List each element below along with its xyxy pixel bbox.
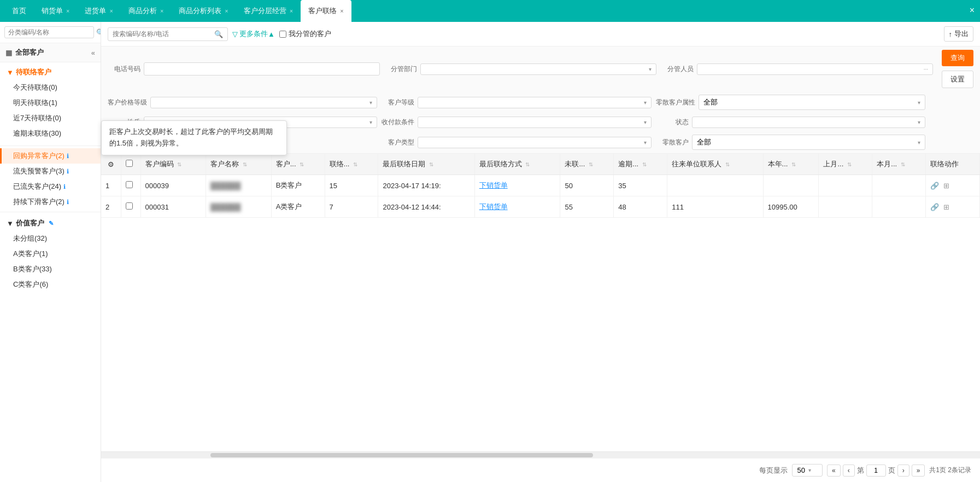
row2-checkbox[interactable] [126,202,133,210]
th-unit-contact[interactable]: 往来单位联系人 ⇅ [667,154,763,175]
th-code[interactable]: 客户编码 ⇅ [140,154,206,175]
sidebar-search-input[interactable] [4,26,94,38]
info-icon-churn[interactable]: ℹ [67,168,69,175]
sidebar-item-unclassified[interactable]: 未分组(32) [0,231,101,246]
td-check-1[interactable] [121,175,140,196]
search-input[interactable] [113,30,212,38]
retail-select[interactable]: 全部 ▾ [692,135,925,150]
table-row: 2 000031 ██████ A类客户 7 2023-04-12 14:44:… [101,196,980,218]
th-this-year[interactable]: 本年... ⇅ [763,154,819,175]
close-product-list-icon[interactable]: × [225,8,228,14]
phone-input[interactable] [144,62,380,76]
collapse-sidebar-icon[interactable]: « [91,49,95,57]
close-all-tabs-button[interactable]: × [970,5,975,15]
more-conditions-button[interactable]: ▽ 更多条件 ▲ [232,29,275,39]
sidebar-item-today[interactable]: 今天待联络(0) [0,80,101,95]
close-product-analysis-icon[interactable]: × [160,8,163,14]
query-button[interactable]: 查询 [942,50,973,66]
sidebar-item-class-b[interactable]: B类客户(33) [0,262,101,277]
th-settings[interactable]: ⚙ [101,154,121,175]
close-customer-contact-icon[interactable]: × [340,8,343,14]
per-page-label: 每页显示 [759,466,788,475]
th-contact-count[interactable]: 联络... ⇅ [325,154,378,175]
next-page-button[interactable]: › [897,464,909,477]
nav-sales-order[interactable]: 销货单 × [34,0,77,22]
th-last-month[interactable]: 上月... ⇅ [819,154,872,175]
th-last-method[interactable]: 最后联络方式 ⇅ [474,154,560,175]
value-customer-group-title[interactable]: ▼ 价值客户 ✎ [0,216,101,231]
sidebar-item-overdue[interactable]: 逾期未联络(30) [0,126,101,141]
link-icon-1[interactable]: 🔗 [930,182,939,190]
per-page-select[interactable]: 50 ▾ [792,464,822,477]
th-checkbox[interactable] [121,154,140,175]
prev-page-button[interactable]: ‹ [843,464,855,477]
sidebar-item-7days[interactable]: 近7天待联络(0) [0,111,101,126]
td-category-2: A类客户 [271,196,325,218]
th-last-date[interactable]: 最后联络日期 ⇅ [378,154,474,175]
nav-product-analysis[interactable]: 商品分析 × [121,0,171,22]
close-purchase-order-icon[interactable]: × [109,8,113,14]
first-page-button[interactable]: « [827,464,841,477]
th-name[interactable]: 客户名称 ⇅ [206,154,272,175]
sidebar-search-icon[interactable]: 🔍 [96,28,101,37]
customer-type-select[interactable]: ▾ [418,137,651,148]
sidebar-item-churned[interactable]: 已流失客户(24) ℹ [0,179,101,194]
status-select[interactable]: ▾ [692,117,925,128]
retail-chevron-icon: ▾ [918,140,920,146]
sidebar-item-tomorrow[interactable]: 明天待联络(1) [0,95,101,111]
row1-checkbox[interactable] [126,181,133,188]
select-all-checkbox[interactable] [126,160,133,167]
scrollbar-thumb[interactable] [210,453,593,457]
search-icon[interactable]: 🔍 [214,30,223,38]
sort-last-date-icon: ⇅ [429,161,433,167]
chevron-up-icon: ▲ [268,30,275,38]
grid-icon-2[interactable]: ⊞ [943,203,949,211]
grid-icon-1[interactable]: ⊞ [943,182,949,190]
td-name-2[interactable]: ██████ [206,196,272,218]
edit-value-icon[interactable]: ✎ [49,220,54,227]
info-icon-churned[interactable]: ℹ [63,183,66,190]
nav-purchase-order[interactable]: 进货单 × [77,0,120,22]
dept-select[interactable]: ▾ [420,63,656,75]
nav-customer-contact[interactable]: 客户联络 × [301,0,351,22]
my-customer-check[interactable] [279,31,286,38]
link-icon-2[interactable]: 🔗 [930,203,939,211]
level-select[interactable]: ▾ [418,97,651,108]
settings-button[interactable]: 设置 [942,71,973,88]
td-check-2[interactable] [121,196,140,218]
sidebar-item-churn-warning[interactable]: 流失预警客户(3) ℹ [0,164,101,179]
value-customer-group: ▼ 价值客户 ✎ 未分组(32) A类客户(1) B类客户(33) C类客户(6… [0,214,101,293]
sidebar-item-class-c[interactable]: C类客户(6) [0,277,101,292]
page-number-input[interactable] [866,464,886,477]
nav-customer-segment[interactable]: 客户分层经营 × [236,0,301,22]
price-level-select[interactable]: ▾ [150,97,377,108]
info-icon-abnormal[interactable]: ℹ [67,153,69,160]
sidebar-item-abnormal-repurchase[interactable]: 回购异常客户(2) ℹ [0,148,101,164]
grid-icon: ▦ [5,49,12,57]
th-category[interactable]: 客户... ⇅ [271,154,325,175]
my-customer-checkbox[interactable]: 我分管的客户 [279,29,331,39]
payment-select[interactable]: ▾ [418,117,651,128]
td-name-1[interactable]: ██████ [206,175,272,196]
th-unlink[interactable]: 未联... ⇅ [560,154,614,175]
nav-product-list[interactable]: 商品分析列表 × [171,0,236,22]
filter-row-1: 电话号码 分管部门 ▾ 分管人员 ··· [101,47,980,91]
td-method-1[interactable]: 下销货单 [474,175,560,196]
pending-contact-group-title[interactable]: ▼ 待联络客户 [0,65,101,80]
retail-attr-select[interactable]: 全部 ▾ [699,95,925,110]
page-end-label: 页 [888,466,895,475]
sidebar-item-declining[interactable]: 持续下滑客户(2) ℹ [0,194,101,210]
person-select[interactable]: ··· [697,63,933,75]
td-contacts-2: 111 [667,196,763,218]
td-method-2[interactable]: 下销货单 [474,196,560,218]
th-overdue[interactable]: 逾期... ⇅ [614,154,667,175]
sidebar-item-class-a[interactable]: A类客户(1) [0,246,101,262]
last-page-button[interactable]: » [912,464,925,477]
close-customer-segment-icon[interactable]: × [290,8,293,14]
th-this-month[interactable]: 本月... ⇅ [872,154,926,175]
info-icon-declining[interactable]: ℹ [67,199,69,206]
close-sales-order-icon[interactable]: × [66,8,69,14]
horizontal-scrollbar[interactable] [101,451,980,458]
export-button[interactable]: ↑ 导出 [944,26,974,42]
nav-home[interactable]: 首页 [4,0,34,22]
